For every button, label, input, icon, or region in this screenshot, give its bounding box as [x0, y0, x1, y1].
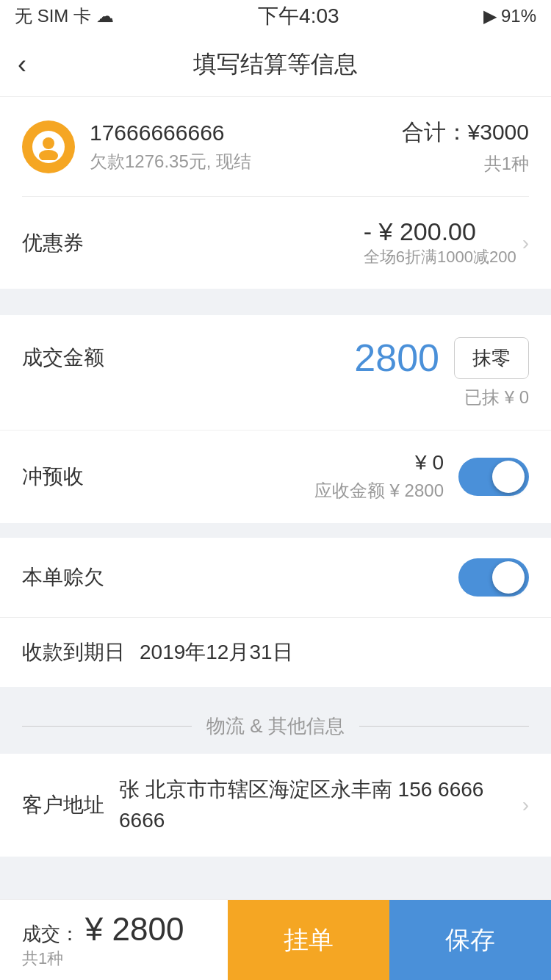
bottom-total-label: 成交： — [22, 923, 79, 945]
customer-total: 合计：¥3000 共1种 — [402, 118, 529, 176]
prepay-values: ¥ 0 应收金额 ¥ 2800 — [314, 451, 444, 502]
address-chevron-icon: › — [522, 793, 529, 817]
logistics-text: 物流 & 其他信息 — [206, 713, 345, 739]
status-time: 下午4:03 — [258, 2, 339, 30]
save-button[interactable]: 保存 — [389, 900, 551, 981]
svg-point-1 — [39, 150, 58, 160]
page-title: 填写结算等信息 — [193, 48, 358, 81]
bad-debt-toggle-knob — [492, 561, 525, 594]
customer-info: 17666666666 欠款1276.35元, 现结 — [90, 120, 402, 173]
status-bar: 无 SIM 卡 ☁ 下午4:03 ▶ 91% — [0, 0, 551, 32]
total-count: 共1种 — [402, 152, 529, 176]
battery-percent: 91% — [501, 6, 536, 26]
due-date-value: 2019年12月31日 — [140, 638, 293, 666]
toggle-knob — [492, 461, 525, 493]
due-date-label: 收款到期日 — [22, 638, 125, 666]
customer-debt: 欠款1276.35元, 现结 — [90, 150, 402, 173]
avatar-icon — [32, 131, 65, 163]
content-area: 17666666666 欠款1276.35元, 现结 合计：¥3000 共1种 … — [0, 97, 551, 980]
bad-debt-label: 本单赊欠 — [22, 563, 104, 591]
prepay-row: 冲预收 ¥ 0 应收金额 ¥ 2800 — [0, 430, 551, 523]
back-button[interactable]: ‹ — [18, 49, 26, 80]
sim-status: 无 SIM 卡 ☁ — [15, 4, 114, 28]
bad-debt-card: 本单赊欠 收款到期日 2019年12月31日 — [0, 538, 551, 687]
status-left: 无 SIM 卡 ☁ — [15, 4, 114, 28]
avatar — [22, 120, 75, 173]
coupon-row[interactable]: 优惠券 - ¥ 200.00 全场6折满1000减200 › — [0, 197, 551, 289]
logistics-line-right — [359, 726, 529, 727]
bottom-info: 成交： ¥ 2800 共1种 — [0, 911, 228, 970]
coupon-discount: - ¥ 200.00 — [364, 217, 476, 245]
bad-debt-toggle[interactable] — [458, 558, 529, 597]
prepay-receivable: 应收金额 ¥ 2800 — [314, 479, 444, 502]
prepay-right: ¥ 0 应收金额 ¥ 2800 — [314, 451, 529, 502]
customer-row: 17666666666 欠款1276.35元, 现结 合计：¥3000 共1种 — [0, 97, 551, 196]
hang-order-button[interactable]: 挂单 — [228, 900, 389, 981]
amount-value: 2800 — [354, 336, 439, 380]
logistics-divider: 物流 & 其他信息 — [0, 699, 551, 754]
bottom-count: 共1种 — [22, 948, 206, 970]
chevron-right-icon: › — [522, 231, 529, 255]
svg-point-0 — [43, 137, 54, 149]
gray-separator-1 — [0, 300, 551, 315]
address-value: 张 北京市市辖区海淀区永丰南 156 6666 6666 — [119, 774, 516, 836]
amount-label: 成交金额 — [22, 344, 104, 372]
logistics-line-left — [22, 726, 192, 727]
status-right: ▶ 91% — [483, 6, 536, 26]
amount-section: 成交金额 2800 抹零 已抹 ¥ 0 — [0, 315, 551, 430]
coupon-right: - ¥ 200.00 全场6折满1000减200 › — [364, 217, 529, 268]
gray-separator-2 — [0, 523, 551, 538]
customer-phone: 17666666666 — [90, 120, 402, 145]
bottom-amount: ¥ 2800 — [85, 911, 184, 947]
bad-debt-row: 本单赊欠 — [0, 538, 551, 617]
header: ‹ 填写结算等信息 — [0, 32, 551, 97]
prepay-label: 冲预收 — [22, 463, 84, 491]
amount-sub: 已抹 ¥ 0 — [22, 386, 529, 409]
coupon-detail: 全场6折满1000减200 — [364, 246, 516, 268]
battery-icon: ▶ — [483, 6, 497, 26]
address-row[interactable]: 客户地址 张 北京市市辖区海淀区永丰南 156 6666 6666 › — [0, 754, 551, 857]
customer-card: 17666666666 欠款1276.35元, 现结 合计：¥3000 共1种 … — [0, 97, 551, 289]
amount-row: 成交金额 2800 抹零 — [22, 336, 529, 380]
coupon-label: 优惠券 — [22, 229, 84, 257]
address-label: 客户地址 — [22, 791, 104, 819]
bottom-bar: 成交： ¥ 2800 共1种 挂单 保存 — [0, 899, 551, 980]
round-off-button[interactable]: 抹零 — [454, 337, 529, 379]
amount-right: 2800 抹零 — [354, 336, 529, 380]
prepay-amount: ¥ 0 — [314, 451, 444, 475]
prepay-toggle[interactable] — [458, 458, 529, 496]
total-amount: 合计：¥3000 — [402, 118, 529, 148]
due-date-row: 收款到期日 2019年12月31日 — [0, 617, 551, 687]
